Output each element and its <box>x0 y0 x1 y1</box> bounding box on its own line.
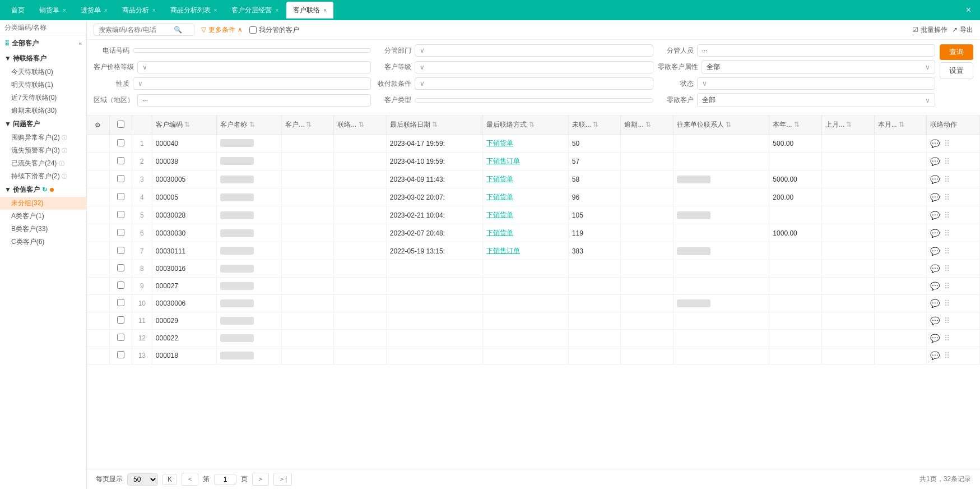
value-section-header[interactable]: ▼ 价值客户 ↻ <box>0 183 86 197</box>
message-icon[interactable]: 💬 <box>930 351 940 360</box>
row-checkbox[interactable] <box>117 175 124 182</box>
last-contact-method[interactable]: 下销售订单 <box>483 242 569 260</box>
close-icon[interactable]: × <box>152 7 156 13</box>
row-checkbox[interactable] <box>117 211 124 218</box>
sidebar-item-7days[interactable]: 近7天待联络(0) <box>0 91 86 104</box>
grid-icon[interactable]: ⠿ <box>944 247 950 256</box>
grid-icon[interactable]: ⠿ <box>944 299 950 308</box>
message-icon[interactable]: 💬 <box>930 157 940 166</box>
settings-column-header[interactable]: ⚙ <box>87 116 109 135</box>
close-icon[interactable]: × <box>63 7 66 13</box>
last-contact-method[interactable]: 下销货单 <box>483 188 569 206</box>
status-select[interactable]: ∨ <box>697 77 935 90</box>
checkbox-cell[interactable] <box>109 347 132 365</box>
row-checkbox[interactable] <box>117 282 124 289</box>
sidebar-item-declining[interactable]: 持续下滑客户(2) ⓘ <box>0 170 86 183</box>
query-button[interactable]: 查询 <box>940 44 973 60</box>
sidebar-item-churn-warning[interactable]: 流失预警客户(3) ⓘ <box>0 144 86 157</box>
checkbox-cell[interactable] <box>109 206 132 224</box>
my-customers-checkbox[interactable]: 我分管的客户 <box>249 25 299 35</box>
grid-icon[interactable]: ⠿ <box>944 211 950 220</box>
name-header[interactable]: 客户名称 ⇅ <box>217 116 281 135</box>
message-icon[interactable]: 💬 <box>930 247 940 256</box>
last-contact-date-header[interactable]: 最后联络日期 ⇅ <box>386 116 482 135</box>
region-select[interactable]: ··· <box>137 94 371 107</box>
grid-icon[interactable]: ⠿ <box>944 175 950 184</box>
message-icon[interactable]: 💬 <box>930 299 940 308</box>
tab-goods-list[interactable]: 商品分析列表 × <box>164 2 224 19</box>
close-icon[interactable]: × <box>104 7 108 13</box>
tab-customer-contact[interactable]: 客户联络 × <box>286 2 333 19</box>
checkbox-cell[interactable] <box>109 224 132 242</box>
tab-purchase[interactable]: 进货单 × <box>74 2 114 19</box>
no-contact-header[interactable]: 未联... ⇅ <box>568 116 621 135</box>
sidebar-item-today[interactable]: 今天待联络(0) <box>0 66 86 79</box>
batch-operate-button[interactable]: ☑ 批量操作 <box>912 25 948 35</box>
price-level-select[interactable]: ∨ <box>137 61 371 73</box>
row-checkbox[interactable] <box>117 157 124 164</box>
grid-icon[interactable]: ⠿ <box>944 139 950 148</box>
tab-home[interactable]: 首页 <box>4 2 31 19</box>
last-contact-method[interactable]: 下销售订单 <box>483 153 569 170</box>
customer-level-select[interactable]: ∨ <box>415 61 653 73</box>
page-number-input[interactable] <box>214 474 236 485</box>
page-size-select[interactable]: 50 100 200 <box>127 473 158 486</box>
retail-customer-select[interactable]: 全部∨ <box>697 93 935 107</box>
checkbox-cell[interactable] <box>109 135 132 153</box>
row-checkbox[interactable] <box>117 193 124 200</box>
overdue-header[interactable]: 逾期... ⇅ <box>621 116 674 135</box>
grid-icon[interactable]: ⠿ <box>944 334 950 343</box>
grid-icon[interactable]: ⠿ <box>944 193 950 202</box>
grid-icon[interactable]: ⠿ <box>944 316 950 325</box>
row-checkbox[interactable] <box>117 334 124 341</box>
close-all-button[interactable]: × <box>962 5 976 15</box>
tab-sales[interactable]: 销货单 × <box>32 2 73 19</box>
select-all-checkbox[interactable] <box>117 121 124 128</box>
sidebar-item-class-b[interactable]: B类客户(33) <box>0 223 86 236</box>
pending-section-header[interactable]: ▼ 待联络客户 <box>0 52 86 66</box>
my-customers-input[interactable] <box>249 26 257 34</box>
row-checkbox[interactable] <box>117 299 124 306</box>
close-icon[interactable]: × <box>323 7 327 13</box>
close-icon[interactable]: × <box>275 7 278 13</box>
grid-icon[interactable]: ⠿ <box>944 229 950 238</box>
export-button[interactable]: ↗ 导出 <box>952 25 973 35</box>
row-checkbox[interactable] <box>117 351 124 358</box>
sidebar-item-abnormal[interactable]: 囤购异常客户(2) ⓘ <box>0 131 86 144</box>
phone-input[interactable] <box>133 48 371 53</box>
checkbox-cell[interactable] <box>109 295 132 312</box>
next-page-button[interactable]: ＞ <box>252 473 269 486</box>
row-checkbox[interactable] <box>117 229 124 236</box>
checkbox-cell[interactable] <box>109 330 132 347</box>
last-contact-method[interactable]: 下销货单 <box>483 135 569 153</box>
grid-icon[interactable]: ⠿ <box>944 282 950 290</box>
contact-header[interactable]: 联络... ⇅ <box>334 116 387 135</box>
sidebar-item-overdue[interactable]: 逾期未联络(30) <box>0 104 86 117</box>
code-header[interactable]: 客户编码 ⇅ <box>152 116 216 135</box>
row-checkbox[interactable] <box>117 264 124 271</box>
grid-icon[interactable]: ⠿ <box>944 157 950 166</box>
first-page-button[interactable]: K <box>162 474 177 485</box>
message-icon[interactable]: 💬 <box>930 264 940 273</box>
close-icon[interactable]: × <box>214 7 217 13</box>
last-contact-method[interactable]: 下销货单 <box>483 170 569 188</box>
sidebar-item-tomorrow[interactable]: 明天待联络(1) <box>0 79 86 91</box>
person-select[interactable]: ··· <box>697 44 935 57</box>
checkbox-cell[interactable] <box>109 260 132 278</box>
sidebar-item-class-c[interactable]: C类客户(6) <box>0 236 86 248</box>
message-icon[interactable]: 💬 <box>930 282 940 290</box>
dept-select[interactable]: ∨ <box>415 44 653 57</box>
row-checkbox[interactable] <box>117 247 124 254</box>
search-input[interactable] <box>99 26 171 34</box>
checkbox-cell[interactable] <box>109 312 132 330</box>
message-icon[interactable]: 💬 <box>930 229 940 238</box>
prev-page-button[interactable]: ＜ <box>182 473 198 486</box>
grid-icon[interactable]: ⠿ <box>944 351 950 360</box>
nature-select[interactable]: ∨ <box>133 77 371 90</box>
checkbox-cell[interactable] <box>109 242 132 260</box>
message-icon[interactable]: 💬 <box>930 211 940 220</box>
last-contact-method[interactable]: 下销货单 <box>483 224 569 242</box>
sidebar-item-class-a[interactable]: A类客户(1) <box>0 210 86 223</box>
sidebar-item-ungroup[interactable]: 未分组(32) <box>0 197 86 210</box>
last-contact-method-header[interactable]: 最后联络方式 ⇅ <box>483 116 569 135</box>
